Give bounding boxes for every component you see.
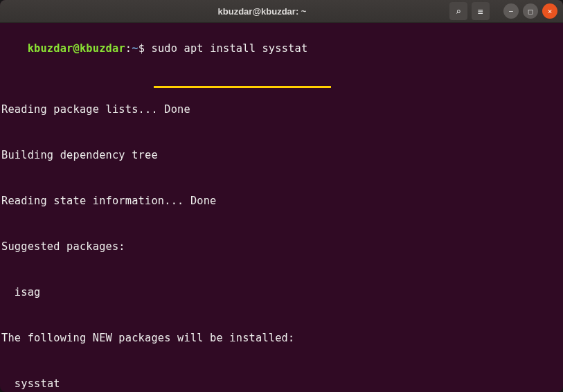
minimize-button[interactable]: − [503,3,519,19]
close-button[interactable]: × [542,3,557,19]
highlight-underline [154,86,331,88]
prompt-at: @ [73,42,80,55]
prompt-host: kbuzdar [80,42,125,55]
terminal-window: kbuzdar@kbuzdar: ~ ⌕ ≡ − □ × kbuzdar@kbu… [0,0,563,392]
output-line: The following NEW packages will be insta… [1,330,562,346]
output-line: Suggested packages: [1,239,562,254]
search-icon[interactable]: ⌕ [449,2,467,20]
output-line: Reading package lists... Done [1,102,562,117]
prompt-user: kbuzdar [28,42,73,55]
output-line: Building dependency tree [1,148,562,163]
maximize-button[interactable]: □ [523,3,538,19]
prompt-colon: : [125,42,132,55]
output-line: sysstat [1,376,562,391]
prompt-line: kbuzdar@kbuzdar:~$ sudo apt install syss… [28,41,308,87]
output-line: isag [1,285,562,300]
menu-icon[interactable]: ≡ [472,2,490,20]
prompt-path: ~ [132,42,138,55]
output-line: Reading state information... Done [1,193,562,208]
prompt-command: sudo apt install sysstat [151,42,307,55]
prompt-dollar: $ [138,42,152,55]
titlebar: kbuzdar@kbuzdar: ~ ⌕ ≡ − □ × [0,0,563,23]
window-controls: ⌕ ≡ − □ × [449,2,557,20]
window-title: kbuzdar@kbuzdar: ~ [218,6,307,17]
terminal-body[interactable]: kbuzdar@kbuzdar:~$ sudo apt install syss… [0,23,563,392]
